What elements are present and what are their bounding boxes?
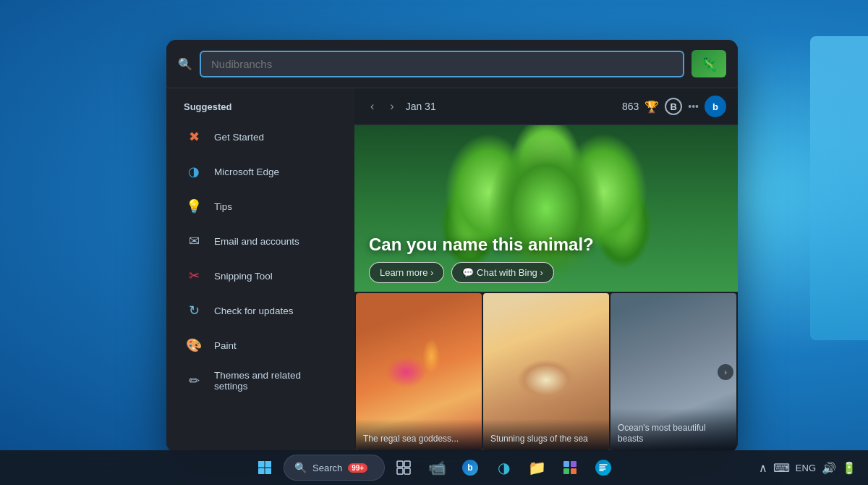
tray-battery-icon[interactable]: 🔋 [842,461,856,475]
store-icon [563,460,577,475]
sidebar: Suggested ✖ Get Started ◑ Microsoft Edge… [166,88,354,452]
svg-rect-7 [404,468,410,474]
sidebar-item-paint[interactable]: 🎨 Paint [166,328,354,363]
hero-text-overlay: Can you name this animal? [369,235,723,256]
calendar-prev-button[interactable]: ‹ [366,98,378,114]
themes-icon: ✏ [184,371,204,391]
windows-logo-icon [258,460,272,475]
trophy-icon: 🏆 [644,100,659,114]
b-badge[interactable]: B [665,98,682,115]
taskbar-search-badge: 99+ [348,463,367,473]
right-side-panel [810,36,868,340]
system-tray: ∧ ⌨ ENG 🔊 🔋 [759,461,856,475]
thumbnail-card-2[interactable]: Stunning slugs of the sea [483,293,609,451]
svg-rect-4 [397,461,403,467]
sidebar-item-snipping-tool[interactable]: ✂ Snipping Tool [166,258,354,293]
taskbar-search-icon: 🔍 [294,462,307,473]
tray-speaker-icon[interactable]: 🔊 [822,461,836,475]
svg-rect-10 [563,468,569,474]
sidebar-item-get-started[interactable]: ✖ Get Started [166,119,354,154]
news-icon-inner [598,463,608,473]
hero-actions: Learn more › 💬 Chat with Bing › [369,262,554,283]
snipping-icon: ✂ [184,266,204,286]
tray-keyboard-icon[interactable]: ⌨ [773,461,790,475]
svg-rect-1 [265,461,272,468]
task-view-icon [396,460,411,475]
avatar: 🦎 [692,50,726,77]
sidebar-item-check-updates[interactable]: ↻ Check for updates [166,293,354,328]
search-input[interactable] [200,51,684,77]
sidebar-label-edge: Microsoft Edge [214,166,279,177]
sidebar-item-themes[interactable]: ✏ Themes and related settings [166,363,354,399]
taskbar-search-pill[interactable]: 🔍 Search 99+ [284,455,385,481]
main-content: Suggested ✖ Get Started ◑ Microsoft Edge… [166,88,738,452]
updates-icon: ↻ [184,300,204,321]
calendar-next-button[interactable]: › [386,98,398,114]
search-window: 🔍 🦎 Suggested ✖ Get Started ◑ Microsoft … [166,40,738,452]
search-icon: 🔍 [178,57,192,71]
taskbar-teams-button[interactable]: 📹 [422,453,451,482]
avatar-emoji: 🦎 [700,55,718,72]
news-icon [595,460,611,476]
thumbnail-caption-1: The regal sea goddess... [356,419,482,451]
more-button[interactable]: ••• [688,101,699,112]
sidebar-item-microsoft-edge[interactable]: ◑ Microsoft Edge [166,154,354,189]
sidebar-item-email-accounts[interactable]: ✉ Email and accounts [166,224,354,258]
sidebar-label-tips: Tips [214,201,232,212]
svg-rect-6 [397,468,403,474]
paint-icon: 🎨 [184,335,204,355]
bing-circle-button[interactable]: b [705,96,726,117]
taskbar-news-button[interactable] [589,453,618,482]
thumbnail-caption-3: Ocean's most beautiful beasts [610,408,736,451]
taskbar-explorer-button[interactable]: 📁 [522,453,551,482]
taskbar-bing-button[interactable]: b [456,453,485,482]
sidebar-label-snipping: Snipping Tool [214,271,273,282]
svg-rect-8 [563,461,569,467]
thumbnail-card-3[interactable]: Ocean's most beautiful beasts › [610,293,736,451]
thumbnail-card-1[interactable]: The regal sea goddess... [356,293,482,451]
hero-section: Can you name this animal? Learn more › 💬… [354,125,738,292]
sidebar-section-title: Suggested [166,98,354,119]
sidebar-item-tips[interactable]: 💡 Tips [166,189,354,224]
svg-rect-2 [258,468,265,475]
svg-rect-3 [265,468,272,475]
svg-rect-0 [258,461,265,468]
windows-start-button[interactable] [250,453,279,482]
calendar-header: ‹ › Jan 31 863 🏆 B ••• b [354,88,738,125]
bing-letter: b [712,101,718,112]
thumbnails-row: The regal sea goddess... Stunning slugs … [354,292,738,452]
taskbar-search-label: Search [312,463,342,473]
chat-bing-button[interactable]: 💬 Chat with Bing › [451,262,553,283]
edge-icon: ◑ [184,161,204,182]
thumbnail-caption-2: Stunning slugs of the sea [483,419,609,451]
taskbar-store-button[interactable] [556,453,584,482]
learn-more-button[interactable]: Learn more › [369,262,444,283]
sidebar-label-paint: Paint [214,340,237,351]
get-started-icon: ✖ [184,127,204,147]
tray-chevron-icon[interactable]: ∧ [759,461,767,475]
hero-title: Can you name this animal? [369,235,723,256]
tray-language[interactable]: ENG [796,463,816,473]
sidebar-label-updates: Check for updates [214,305,294,316]
sidebar-label-email: Email and accounts [214,236,299,247]
sidebar-label-themes: Themes and related settings [214,370,337,392]
score-area: 863 🏆 B ••• b [622,96,726,117]
score-number: 863 [622,101,639,112]
taskbar: 🔍 Search 99+ 📹 b ◑ 📁 [0,450,868,485]
email-icon: ✉ [184,231,204,251]
taskbar-edge-button[interactable]: ◑ [489,453,518,482]
svg-rect-9 [571,461,576,467]
calendar-date: Jan 31 [406,101,436,112]
taskbar-task-view-button[interactable] [389,453,418,482]
right-content-area: ‹ › Jan 31 863 🏆 B ••• b [354,88,738,452]
bing-taskbar-icon: b [462,460,478,476]
tips-icon: 💡 [184,196,204,216]
svg-rect-11 [571,468,576,474]
taskbar-center-icons: 🔍 Search 99+ 📹 b ◑ 📁 [250,453,618,482]
sidebar-label-get-started: Get Started [214,132,264,143]
thumbnails-next-button[interactable]: › [718,364,733,380]
search-bar-container: 🔍 🦎 [166,40,738,88]
svg-rect-5 [404,461,410,467]
